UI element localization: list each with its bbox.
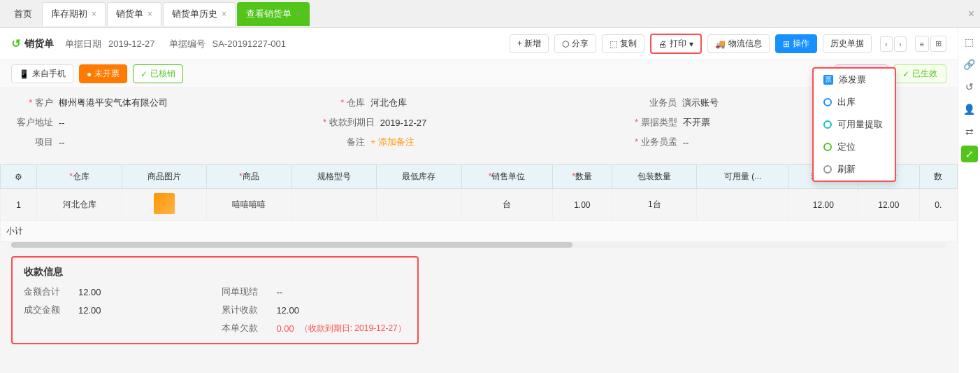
row-package-qty: 1台 [612,189,697,221]
current-debt-value: 0.00 [276,323,294,334]
tab-sales-order[interactable]: 销货单 × [107,2,161,26]
refresh-label: 刷新 [837,163,856,176]
share-label: 分享 [572,38,589,50]
sidebar-copy-icon[interactable]: ⬚ [961,34,978,50]
not-opened-label: 未开票 [94,68,120,80]
add-invoice-icon: 票 [823,75,833,85]
col-sales-unit: *销售单位 [461,165,552,189]
ticket-type-label: 票据类型 [635,116,677,129]
form-row-1: 客户 柳州粤港平安气体有限公司 仓库 河北仓库 业务员 演示账号 [11,97,946,109]
add-invoice-item[interactable]: 票 添发票 [814,69,895,91]
nav-arrows: ‹ › [880,36,906,52]
document-header: ↺ 销货单 单据日期 2019-12-27 单据编号 SA-20191227-0… [0,28,958,60]
outbound-item[interactable]: 出库 [814,91,895,113]
row-unit-price: 12.00 [858,189,919,221]
locate-item[interactable]: 定位 [814,136,895,158]
from-phone-button[interactable]: 📱 来自手机 [11,64,73,83]
current-debt-label: 本单欠款 [222,322,271,335]
warehouse-field: 仓库 河北仓库 [323,97,635,109]
right-sidebar: ⬚ 🔗 ↺ 👤 ⇄ ⤢ [958,28,980,373]
tab-home[interactable]: 首页 [6,3,41,24]
total-amount-label: 金额合计 [24,286,73,298]
refresh-item[interactable]: 刷新 [814,158,895,181]
outbound-icon [823,98,832,106]
close-window-button[interactable]: × [968,8,974,20]
share-button[interactable]: ⬡ 分享 [554,34,596,53]
confirm-button[interactable]: ✓ 已核销 [133,64,183,83]
list-view-button[interactable]: ≡ [915,36,929,52]
ticket-icon: ● [87,69,92,79]
copy-label: 复制 [620,38,637,50]
summary-grid: 金额合计 12.00 同单现结 -- 成交金额 12.00 累计收款 12.00 [24,286,406,335]
confirm-icon: ✓ [140,69,147,79]
new-button[interactable]: + 新增 [510,34,549,53]
transaction-row: 成交金额 12.00 [24,304,208,316]
number-label: 单据编号 [169,38,206,50]
sidebar-refresh-icon[interactable]: ↺ [961,78,978,95]
operations-label: 操作 [793,38,809,50]
row-product-img [122,189,206,221]
warehouse-label: 仓库 [323,97,365,109]
available-take-icon [823,120,832,129]
transaction-value: 12.00 [78,305,101,316]
address-label: 客户地址 [11,116,53,129]
sidebar-expand-icon[interactable]: ⤢ [961,146,978,162]
subtotal-label: 小计 [1,221,958,242]
copy-button[interactable]: ⬚ 复制 [602,34,644,53]
next-button[interactable]: › [894,36,907,52]
accumulated-value: 12.00 [276,305,299,316]
tab-inventory-init-close[interactable]: × [92,9,96,19]
document-meta: 单据日期 2019-12-27 单据编号 SA-20191227-001 [65,38,286,50]
customer-field: 客户 柳州粤港平安气体有限公司 [11,97,323,109]
address-field: 客户地址 -- [11,116,323,129]
tab-sales-order-close[interactable]: × [147,9,152,19]
form-row-3: 项目 -- 备注 + 添加备注 业务员孟 -- [11,136,946,148]
operations-button[interactable]: ⊞ 操作 [775,34,817,53]
view-toggle: ≡ ⊞ [915,36,946,52]
col-available: 可用量 (... [697,165,788,189]
col-amount: 数 [919,165,957,189]
tab-inventory-init-label: 库存期初 [51,8,87,20]
sidebar-user-icon[interactable]: 👤 [961,101,978,118]
form-row-2: 客户地址 -- 收款到期日 2019-12-27 票据类型 不开票 [11,116,946,129]
tab-inventory-init[interactable]: 库存期初 × [42,2,106,26]
logistics-button[interactable]: 🚚 物流信息 [707,34,770,53]
customer-value: 柳州粤港平安气体有限公司 [59,97,168,109]
row-min-stock [377,189,461,221]
add-remark-button[interactable]: + 添加备注 [370,136,415,148]
print-button[interactable]: 🖨 打印 ▾ [650,34,702,54]
same-order-row: 同单现结 -- [222,286,405,298]
date-label-group: 单据日期 2019-12-27 [65,38,155,50]
grid-view-button[interactable]: ⊞ [930,36,946,52]
col-package-qty: 包装数量 [612,165,697,189]
row-available [697,189,788,221]
remark-label: 备注 [323,136,365,148]
sidebar-link-icon[interactable]: 🔗 [961,56,978,73]
summary-box: 收款信息 金额合计 12.00 同单现结 -- 成交金额 12.00 [11,256,419,344]
total-amount-row: 金额合计 12.00 [24,286,208,298]
tab-view-sales[interactable]: 查看销货单 × [237,2,310,26]
tab-sales-history[interactable]: 销货单历史 × [163,2,236,26]
table-scrollbar[interactable] [11,242,946,248]
tab-sales-history-close[interactable]: × [222,9,226,19]
not-opened-button[interactable]: ● 未开票 [79,64,127,83]
project-field: 项目 -- [11,136,323,148]
document-actions: + 新增 ⬡ 分享 ⬚ 复制 🖨 打印 ▾ 🚚 物流信息 [510,34,946,54]
history-button[interactable]: 历史单据 [823,34,872,53]
tab-sales-order-label: 销货单 [116,8,143,20]
doc-title-icon: ↺ [11,37,20,50]
available-take-item[interactable]: 可用量提取 [814,113,895,136]
ticket-type-value: 不开票 [683,116,710,129]
scrollbar-thumb[interactable] [11,242,572,248]
total-amount-value: 12.00 [78,287,101,297]
salesman-label: 业务员孟 [635,136,677,148]
same-order-value: -- [276,287,282,297]
prev-button[interactable]: ‹ [880,36,893,52]
tab-view-sales-close[interactable]: × [296,9,301,19]
sidebar-exchange-icon[interactable]: ⇄ [961,123,978,140]
customer-label: 客户 [11,97,53,109]
warehouse-value: 河北仓库 [370,97,407,109]
available-take-label: 可用量提取 [837,118,883,131]
ticket-type-field: 票据类型 不开票 [635,116,946,129]
effective-label: 已生效 [912,68,937,80]
